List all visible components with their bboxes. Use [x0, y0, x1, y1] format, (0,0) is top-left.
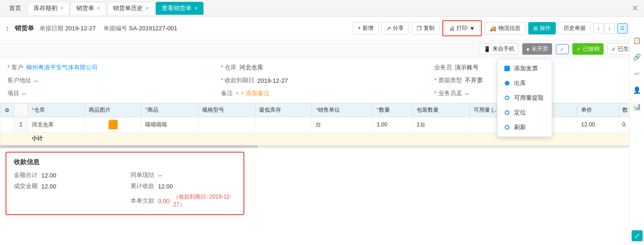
copy-button[interactable]: ❐ 复制	[412, 22, 440, 34]
customer-label: 客户	[7, 63, 23, 72]
col-product: *商品	[141, 103, 198, 117]
cumulative-receipt-row: 累计收款 12.00	[130, 182, 236, 190]
notes-add[interactable]: + + 添加备注	[236, 89, 270, 97]
doc-title: 销货单	[15, 24, 34, 33]
tab-inventory-close[interactable]: ×	[60, 5, 63, 11]
available-pickup-item[interactable]: 可用量提取	[497, 91, 552, 105]
tab-sales-order[interactable]: 销货单 ×	[70, 2, 106, 15]
payment-date-field: 收款到期日 2019-12-27	[221, 76, 424, 85]
customer-value[interactable]: 柳州粤港平安气体有限公司	[26, 63, 98, 72]
sidebar-user-icon[interactable]: 👤	[632, 85, 643, 96]
add-invoice-label: 添加发票	[514, 64, 538, 73]
col-rownum	[14, 103, 28, 117]
row-minstock	[255, 117, 312, 132]
tab-bar: 首页 库存期初 × 销货单 × 销货单历史 × 查看销货单 × ✕	[0, 0, 644, 17]
warehouse-label: 仓库	[221, 63, 237, 72]
copy-icon: ❐	[417, 25, 422, 32]
address-value: --	[34, 77, 38, 84]
sidebar-link-icon[interactable]: 🔗	[632, 51, 643, 63]
subtotal-rownum	[14, 132, 28, 145]
add-invoice-item[interactable]: 添加发票	[497, 61, 552, 76]
staff-value: 演示账号	[455, 63, 479, 72]
date-value: 2019-12-27	[65, 25, 96, 32]
row-unitprice: 12.00	[577, 117, 618, 132]
row-spec	[198, 117, 255, 132]
print-icon: 🖨	[449, 25, 455, 32]
logistics-button[interactable]: 🚚 物流信息	[485, 22, 525, 34]
project-value: --	[22, 90, 26, 97]
tab-view-close[interactable]: ×	[194, 5, 198, 11]
phone-button[interactable]: 📱 来自手机	[480, 43, 519, 55]
window-close-icon[interactable]: ✕	[632, 3, 638, 13]
notes-field: 备注 + + 添加备注	[221, 89, 424, 97]
sidebar-expand-icon[interactable]: ⤢	[632, 230, 643, 241]
print-button[interactable]: 🖨 打印 ▼	[444, 22, 480, 34]
tab-inventory-label: 库存期初	[34, 4, 57, 12]
top-toolbar: ↕ 销货单 单据日期 2019-12-27 单据编号 SA-20191227-0…	[0, 17, 644, 40]
share-icon: ↗	[386, 25, 391, 32]
tab-view-label: 查看销货单	[162, 4, 192, 12]
tab-inventory-init[interactable]: 库存期初 ×	[28, 2, 69, 15]
warehouse-field: 仓库 河北仓库	[221, 63, 424, 72]
available-pickup-label: 可用量提取	[514, 94, 544, 102]
col-packqty: 包装数量	[412, 103, 469, 117]
sales-staff-label: 业务员孟	[434, 89, 462, 97]
add-button[interactable]: + 新增	[353, 22, 378, 34]
operations-button[interactable]: ⊞ 操作	[528, 22, 556, 34]
project-field: 项目 --	[7, 89, 210, 97]
row-packqty: 1台	[412, 117, 469, 132]
outbound-item[interactable]: 出库	[497, 76, 552, 91]
tab-sales-close[interactable]: ×	[97, 5, 100, 11]
prev-arrow[interactable]: ‹	[593, 23, 604, 34]
next-arrow[interactable]: ›	[604, 23, 615, 34]
confirm-icon: ✓	[560, 46, 565, 52]
share-button[interactable]: ↗ 分享	[381, 22, 409, 34]
deal-amount-label: 成交金额	[14, 182, 38, 190]
history-label: 历史单据	[564, 24, 586, 32]
tab-view-sales[interactable]: 查看销货单 ×	[156, 2, 203, 15]
refresh-icon	[504, 124, 510, 131]
notes-label: 备注	[221, 89, 233, 97]
tab-sales-history[interactable]: 销货单历史 ×	[107, 2, 155, 15]
address-label: 客户地址	[7, 76, 31, 85]
horizontal-scrollbar[interactable]	[0, 145, 644, 148]
effective-check-icon: ✓	[611, 46, 616, 52]
row-image: 🟧	[85, 117, 141, 132]
tab-home[interactable]: 首页	[4, 2, 27, 15]
operations-label: 操作	[540, 24, 551, 32]
not-opened-button[interactable]: ● 未开票	[522, 43, 552, 55]
row-product: 嘻嘻嘻嘻	[141, 117, 198, 132]
cumulative-label: 累计收款	[130, 182, 154, 190]
sidebar-chart-icon[interactable]: 📊	[632, 101, 643, 112]
col-settings[interactable]: ⚙	[0, 103, 14, 117]
ticket-type-value: 不开票	[465, 76, 483, 85]
number-value: SA-20191227-001	[129, 25, 178, 32]
col-warehouse: *仓库	[28, 103, 85, 117]
cancelled-button[interactable]: ✓ 已核销	[572, 43, 604, 55]
customer-field: 客户 柳州粤港平安气体有限公司	[7, 63, 210, 72]
sales-staff-value: --	[465, 90, 469, 97]
doc-date-group: 单据日期 2019-12-27	[40, 24, 96, 33]
locate-item[interactable]: 定位	[497, 105, 552, 120]
history-button[interactable]: 历史单据	[559, 22, 591, 34]
sidebar-clipboard-icon[interactable]: 📋	[632, 35, 643, 46]
refresh-item[interactable]: 刷新	[497, 120, 552, 135]
logistics-label: 物流信息	[498, 24, 520, 32]
not-opened-label: 未开票	[531, 45, 548, 53]
print-label: 打印	[457, 24, 468, 32]
col-quantity: *数量	[373, 103, 413, 117]
tab-history-close[interactable]: ×	[146, 5, 149, 11]
row-quantity: 1.00	[373, 117, 413, 132]
col-salesunit: *销售单位	[312, 103, 373, 117]
cumulative-value: 12.00	[158, 183, 173, 190]
ticket-type-label: 票据类型	[434, 76, 462, 85]
confirm-button[interactable]: ✓	[556, 44, 569, 54]
sidebar-return-icon[interactable]: ↩	[632, 68, 643, 79]
payment-date-label: 收款到期日	[221, 76, 255, 85]
add-invoice-icon	[504, 65, 510, 72]
secondary-toolbar: 📱 来自手机 ● 未开票 ✓ ✓ 已核销 ✓ 已生效	[0, 40, 644, 58]
same-order-label: 同单现结	[130, 171, 154, 179]
view-list-btn[interactable]: ☰	[617, 23, 627, 34]
locate-icon	[504, 109, 510, 116]
tab-sales-label: 销货单	[76, 4, 94, 12]
